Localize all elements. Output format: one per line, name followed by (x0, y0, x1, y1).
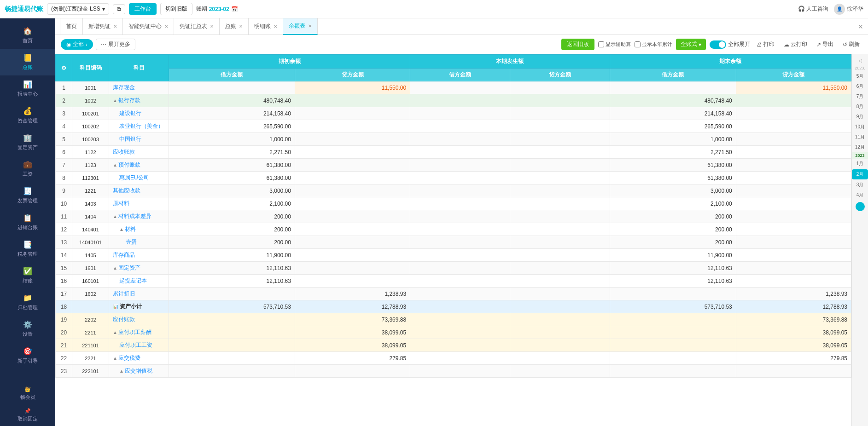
cell-name[interactable]: ▲固定资产 (109, 262, 169, 275)
tab-home[interactable]: 首页 (60, 18, 83, 35)
table-row: 101403原材料2,100.002,100.00 (56, 197, 851, 210)
format-button[interactable]: 全账式 ▾ (676, 39, 706, 50)
cell-amount (510, 172, 610, 184)
cell-name[interactable]: 应付职工工资 (109, 339, 169, 352)
cell-name[interactable]: 壹蛋 (109, 236, 169, 249)
cell-name[interactable]: 应付账款 (109, 313, 169, 326)
timeline-8[interactable]: 8月 (852, 102, 868, 112)
panel-expand-arrow[interactable]: ◁ (856, 56, 864, 65)
close-voucher-summary-icon[interactable]: ✕ (210, 24, 214, 29)
cell-amount (410, 197, 510, 210)
cell-name[interactable]: 起提差记本 (109, 275, 169, 288)
cell-amount (510, 313, 610, 326)
sidebar-item-home[interactable]: 🏠 首页 (0, 22, 55, 49)
export-button[interactable]: ↗ 导出 (814, 39, 836, 50)
cell-code: 1601 (72, 262, 109, 275)
all-button[interactable]: ◉ 全部 › (61, 39, 93, 50)
cell-amount (295, 210, 410, 223)
cloud-print-button[interactable]: ☁ 云打印 (781, 39, 810, 50)
toggle-switch[interactable] (710, 40, 726, 49)
sidebar-item-tax[interactable]: 📑 税务管理 (0, 236, 55, 262)
tab-detail-ledger[interactable]: 明细账 ✕ (249, 18, 283, 35)
close-detail-ledger-icon[interactable]: ✕ (274, 24, 277, 29)
timeline-2[interactable]: 2月 (852, 169, 868, 179)
return-button[interactable]: 返回旧版 (561, 39, 594, 50)
switch-version-button[interactable]: 切到旧版 (160, 3, 192, 15)
cell-name[interactable]: 📊资产小计 (109, 300, 169, 313)
tab-balance-sheet[interactable]: 余额表 ✕ (283, 18, 318, 35)
ytd-checkbox-input[interactable] (635, 41, 641, 47)
timeline-5[interactable]: 5月 (852, 71, 868, 81)
cell-name[interactable]: 原材料 (109, 197, 169, 210)
close-new-voucher-icon[interactable]: ✕ (113, 24, 117, 29)
timeline-11[interactable]: 11月 (852, 132, 868, 142)
sidebar-item-reports[interactable]: 📊 报表中心 (0, 75, 55, 102)
cell-name[interactable]: ▲预付账款 (109, 159, 169, 172)
sidebar-item-capital[interactable]: 💰 资金管理 (0, 102, 55, 129)
company-selector[interactable]: (勿删)江西股金-LSS ▾ (47, 3, 109, 15)
timeline-4[interactable]: 4月 (852, 190, 868, 200)
consult-link[interactable]: 🎧 人工咨询 (798, 5, 828, 13)
show-ytd-checkbox[interactable]: 显示本年累计 (635, 41, 672, 48)
tab-smart-voucher[interactable]: 智能凭证中心 ✕ (123, 18, 174, 35)
cell-name[interactable]: 库存商品 (109, 249, 169, 262)
tab-voucher-summary[interactable]: 凭证汇总表 ✕ (174, 18, 220, 35)
cell-no: 19 (56, 313, 72, 326)
timeline-7[interactable]: 7月 (852, 92, 868, 102)
sidebar-item-purchases[interactable]: 📋 进销台账 (0, 209, 55, 236)
close-balance-sheet-icon[interactable]: ✕ (308, 23, 312, 29)
timeline-3[interactable]: 3月 (852, 180, 868, 190)
sidebar-item-settings[interactable]: ⚙️ 设置 (0, 316, 55, 342)
timeline-10[interactable]: 10月 (852, 122, 868, 132)
cell-name[interactable]: 应收账款 (109, 146, 169, 159)
sidebar-item-settlement[interactable]: ✅ 结账 (0, 262, 55, 289)
sidebar-item-fixed[interactable]: 🏢 固定资产 (0, 129, 55, 155)
copy-button[interactable]: ⧉ (113, 4, 125, 14)
cell-name[interactable]: 惠属EU公司 (109, 172, 169, 184)
cell-amount (295, 146, 410, 159)
cell-name[interactable]: 农业银行（美金） (109, 120, 169, 133)
sidebar-item-salary[interactable]: 💼 工资 (0, 155, 55, 182)
table-container[interactable]: ⚙ 科目编码 科目 期初余额 本期发生额 期末余额 借方金额 贷方金额 借方金额… (55, 54, 851, 426)
sidebar-item-newguide[interactable]: 🎯 新手引导 (0, 342, 55, 369)
timeline-12[interactable]: 12月 (852, 142, 868, 152)
aux-checkbox-input[interactable] (598, 41, 604, 47)
cell-name[interactable]: ▲应付职工薪酬 (109, 326, 169, 339)
timeline-9[interactable]: 9月 (852, 112, 868, 122)
timeline-1[interactable]: 1月 (852, 159, 868, 169)
refresh-button[interactable]: ↺ 刷新 (840, 39, 862, 50)
workbench-button[interactable]: 工作台 (129, 3, 157, 15)
tab-home-label: 首页 (66, 23, 77, 30)
tab-new-voucher[interactable]: 新增凭证 ✕ (83, 18, 123, 35)
close-general-ledger-icon[interactable]: ✕ (239, 24, 243, 29)
cell-name[interactable]: 库存现金 (109, 81, 169, 94)
cell-name[interactable]: 中国银行 (109, 133, 169, 146)
cell-name[interactable]: ▲银行存款 (109, 94, 169, 107)
cell-name[interactable]: ▲材料成本差异 (109, 210, 169, 223)
cell-name[interactable]: 其他应收款 (109, 184, 169, 197)
cell-name[interactable]: ▲应交税费 (109, 352, 169, 365)
calendar-icon[interactable]: 📅 (231, 6, 238, 12)
cell-amount (610, 352, 736, 365)
expand-button[interactable]: ⋯ 展开更多 (96, 39, 135, 50)
sidebar-item-member[interactable]: 👑 畅会员 (0, 383, 55, 404)
print-button[interactable]: 🖨 打印 (754, 39, 777, 50)
cell-name[interactable]: 累计折旧 (109, 288, 169, 300)
show-aux-checkbox[interactable]: 显示辅助算 (598, 41, 631, 48)
cell-name[interactable]: ▲应交增值税 (109, 365, 169, 378)
sidebar-item-invoice[interactable]: 🧾 发票管理 (0, 182, 55, 209)
timeline-6[interactable]: 6月 (852, 81, 868, 92)
cell-name[interactable]: ▲材料 (109, 223, 169, 236)
cell-amount (295, 159, 410, 172)
th-settings[interactable]: ⚙ (56, 55, 72, 81)
cell-amount (736, 210, 851, 223)
close-all-tabs-icon[interactable]: ✕ (858, 23, 863, 30)
cell-name[interactable]: 建设银行 (109, 107, 169, 120)
tab-general-ledger-label: 总账 (225, 23, 236, 30)
sidebar-item-archive[interactable]: 📁 归档管理 (0, 289, 55, 316)
sidebar-item-pin[interactable]: 📌 取消固定 (0, 404, 55, 426)
close-smart-voucher-icon[interactable]: ✕ (164, 24, 168, 29)
sidebar-item-ledger[interactable]: 📒 总账 (0, 49, 55, 75)
cell-amount (510, 236, 610, 249)
tab-general-ledger[interactable]: 总账 ✕ (220, 18, 249, 35)
